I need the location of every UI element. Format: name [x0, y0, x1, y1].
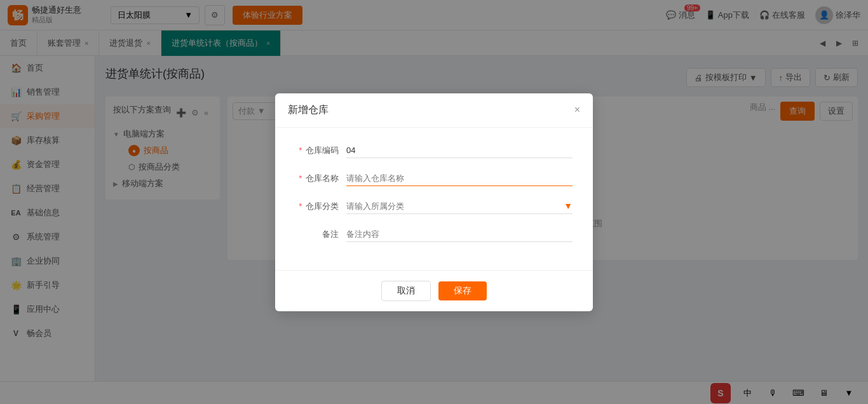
- form-row-code: * 仓库编码: [295, 143, 573, 158]
- required-star-code: *: [299, 145, 302, 155]
- modal-title: 新增仓库: [288, 104, 329, 117]
- required-star-name: *: [299, 173, 302, 183]
- form-row-name: * 仓库名称: [295, 171, 573, 186]
- note-input[interactable]: [346, 227, 573, 242]
- modal-footer: 取消 保存: [275, 270, 593, 311]
- form-row-note: 备注: [295, 227, 573, 242]
- add-warehouse-modal: 新增仓库 × * 仓库编码 * 仓库名称: [275, 93, 593, 311]
- name-label: * 仓库名称: [295, 173, 346, 184]
- modal-header: 新增仓库 ×: [275, 93, 593, 128]
- cancel-button[interactable]: 取消: [381, 281, 431, 301]
- save-button[interactable]: 保存: [438, 281, 487, 300]
- category-label: * 仓库分类: [295, 201, 346, 212]
- category-input[interactable]: [346, 199, 564, 213]
- modal-close-button[interactable]: ×: [574, 104, 580, 116]
- code-label: * 仓库编码: [295, 145, 346, 156]
- category-select-wrap: ▼: [346, 199, 573, 214]
- form-row-category: * 仓库分类 ▼: [295, 199, 573, 214]
- required-star-category: *: [299, 201, 302, 211]
- modal-body: * 仓库编码 * 仓库名称 * 仓库分类: [275, 128, 593, 270]
- code-input[interactable]: [346, 143, 573, 158]
- note-label: 备注: [295, 229, 346, 240]
- select-arrow-icon: ▼: [564, 201, 573, 211]
- name-input[interactable]: [346, 171, 573, 186]
- modal-overlay: 新增仓库 × * 仓库编码 * 仓库名称: [0, 0, 868, 404]
